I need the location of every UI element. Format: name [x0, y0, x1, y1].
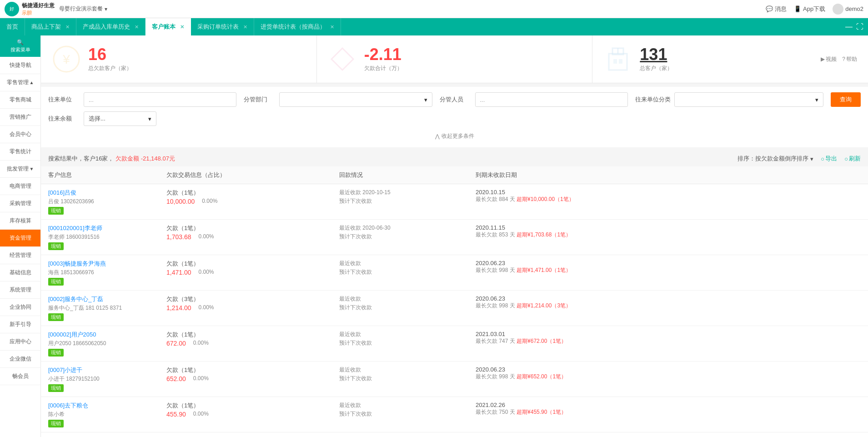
debt-count-2: 欠款（1笔）	[166, 260, 325, 268]
svg-rect-6	[613, 59, 617, 64]
customer-name-4[interactable]: [000002]用户2050	[48, 331, 152, 339]
tab-product-history[interactable]: 产成品入库单历史 ✕	[76, 18, 146, 35]
cell-customer-0: [0016]吕俊 吕俊 13026203696 现销	[41, 184, 159, 220]
sidebar-item-marketing[interactable]: 营销推广	[0, 109, 40, 126]
table-row: [000002]用户2050 用户2050 18665062050 现销 欠款（…	[41, 326, 868, 362]
sidebar-item-wholesale-mgmt[interactable]: 批发管理 ▼	[0, 161, 40, 178]
customer-name-5[interactable]: [0007]小进干	[48, 366, 152, 374]
debt-count-4: 欠款（1笔）	[166, 331, 325, 339]
sidebar-item-retail-stats[interactable]: 零售统计	[0, 143, 40, 161]
overdue-days-3: 最长欠款 998 天	[476, 302, 517, 309]
customer-name-2[interactable]: [0003]畅捷服务尹海燕	[48, 260, 152, 268]
help-btn[interactable]: ? 帮助	[842, 55, 857, 63]
latest-payment-5: 最近收款	[339, 366, 461, 374]
cell-debt-7: 欠款（1笔） 429.00 0.00%	[159, 432, 332, 437]
search-button[interactable]: 查询	[831, 92, 861, 107]
dropdown-icon: ▾	[424, 96, 427, 103]
sidebar-item-purchase-mgmt[interactable]: 采购管理	[0, 195, 40, 212]
maximize-icon[interactable]: ⛶	[856, 23, 863, 31]
close-tab-5[interactable]: ✕	[330, 24, 334, 30]
overdue-amount-1[interactable]: 超期¥1,703.68（1笔）	[517, 231, 571, 238]
dept-label: 分管部门	[244, 95, 276, 104]
manager-label: 分管人员	[440, 95, 472, 104]
overdue-amount-0[interactable]: 超期¥10,000.00（1笔）	[517, 196, 574, 202]
refresh-btn[interactable]: ○ 刷新	[844, 155, 861, 163]
tab-purchase-order[interactable]: 采购订单统计表 ✕	[191, 18, 254, 35]
close-tab-1[interactable]: ✕	[65, 24, 70, 30]
export-btn[interactable]: ○ 导出	[821, 155, 837, 163]
next-payment-4: 预计下次收款	[339, 339, 461, 347]
customer-tag-5: 现销	[48, 384, 64, 392]
svg-text:¥: ¥	[62, 52, 70, 66]
close-tab-3[interactable]: ✕	[180, 24, 184, 30]
overdue-amount-5[interactable]: 超期¥652.00（1笔）	[517, 373, 567, 380]
video-btn[interactable]: ▶ 视频	[821, 55, 837, 63]
sidebar-item-app-center[interactable]: 应用中心	[0, 333, 40, 351]
sidebar-item-enterprise-collab[interactable]: 企业协同	[0, 299, 40, 316]
results-actions: 排序：按欠款金额倒序排序 ▾ ○ 导出 ○ 刷新	[738, 155, 861, 163]
overdue-amount-3[interactable]: 超期¥1,214.00（3笔）	[517, 302, 571, 309]
sidebar-item-retail-mall[interactable]: 零售商城	[0, 91, 40, 109]
close-tab-2[interactable]: ✕	[135, 24, 139, 30]
balance-select[interactable]: 选择... ▾	[84, 111, 156, 126]
debt-amount-0: 10,000.00	[166, 198, 195, 205]
arrow-icon: ▲	[30, 80, 34, 85]
sidebar-item-operation[interactable]: 经营管理	[0, 247, 40, 264]
tab-home[interactable]: 首页	[0, 18, 25, 35]
table-row: [000001]黄思源 黄思源 13552700226 现销 欠款（1笔） 42…	[41, 432, 868, 437]
sidebar-item-enterprise-wechat[interactable]: 企业微信	[0, 351, 40, 368]
overdue-amount-2[interactable]: 超期¥1,471.00（1笔）	[517, 267, 571, 273]
cell-debt-0: 欠款（1笔） 10,000.00 0.00%	[159, 184, 332, 220]
debt-amount-3: 1,214.00	[166, 304, 191, 311]
overdue-amount-6[interactable]: 超期¥455.90（1笔）	[517, 409, 567, 415]
th-return: 回款情况	[332, 166, 468, 184]
sidebar-item-basic-info[interactable]: 基础信息	[0, 264, 40, 281]
sidebar-item-retail-mgmt[interactable]: 零售管理 ▲	[0, 74, 40, 91]
sidebar-item-finance[interactable]: 资金管理	[0, 230, 40, 247]
cell-customer-7: [000001]黄思源 黄思源 13552700226 现销	[41, 432, 159, 437]
tab-inventory-stats[interactable]: 进货单统计表（按商品） ✕	[254, 18, 341, 35]
chevron-up-icon: ⋀	[435, 133, 440, 140]
sidebar-item-system[interactable]: 系统管理	[0, 281, 40, 299]
manager-input[interactable]: ...	[475, 92, 628, 107]
tab-customer-account[interactable]: 客户账本 ✕	[146, 18, 191, 35]
customer-name-1[interactable]: [0001020001]李老师	[48, 224, 152, 232]
sort-selector[interactable]: 排序：按欠款金额倒序排序 ▾	[738, 155, 813, 163]
th-due-date: 到期未收款日期	[468, 166, 868, 184]
cell-return-3: 最近收款 预计下次收款	[332, 291, 468, 326]
user-avatar[interactable]: demo2	[833, 4, 863, 15]
unit-category-select[interactable]: ▾	[674, 92, 823, 107]
debt-ratio-3: 0.00%	[199, 304, 214, 311]
dept-select[interactable]: ▾	[279, 92, 432, 107]
customer-name-0[interactable]: [0016]吕俊	[48, 189, 152, 197]
message-btn[interactable]: 💬 消息	[766, 5, 787, 13]
due-date-0: 2020.10.15	[476, 189, 861, 196]
sidebar-item-member-vip[interactable]: 畅会员	[0, 368, 40, 385]
sidebar-item-newbie[interactable]: 新手引导	[0, 316, 40, 333]
industry-selector[interactable]: 母婴行业演示套餐 ▾	[59, 5, 107, 13]
customer-name-3[interactable]: [0002]服务中心_丁磊	[48, 295, 152, 303]
table-header-row: 客户信息 欠款交易信息（占比） 回款情况 到期未收款日期	[41, 166, 868, 184]
minimize-icon[interactable]: —	[845, 23, 853, 31]
sidebar-search[interactable]: 🔍 搜索菜单	[0, 35, 40, 57]
debt-count-3: 欠款（3笔）	[166, 295, 325, 303]
app-download-btn[interactable]: 📱 App下载	[794, 5, 825, 13]
customer-phone-0: 吕俊 13026203696	[48, 198, 152, 206]
customer-phone-6: 陈小希	[48, 411, 152, 418]
close-tab-4[interactable]: ✕	[243, 24, 247, 30]
due-date-5: 2020.06.23	[476, 366, 861, 373]
sidebar-item-quick-nav[interactable]: 快捷导航	[0, 57, 40, 74]
source-unit-label: 往来单位	[48, 95, 80, 104]
customer-name-6[interactable]: [0006]去下粮仓	[48, 402, 152, 410]
overdue-amount-4[interactable]: 超期¥672.00（1笔）	[517, 338, 567, 344]
collapse-filter-btn[interactable]: ⋀ 收起更多条件	[48, 131, 861, 142]
next-payment-2: 预计下次收款	[339, 268, 461, 276]
help-icon: ?	[842, 56, 845, 62]
sidebar-item-member[interactable]: 会员中心	[0, 126, 40, 143]
sidebar-item-ecommerce[interactable]: 电商管理	[0, 178, 40, 195]
overdue-days-4: 最长欠款 747 天	[476, 338, 517, 344]
source-unit-input[interactable]: ...	[84, 92, 236, 107]
sidebar-item-inventory[interactable]: 库存核算	[0, 212, 40, 230]
tab-product-on-off[interactable]: 商品上下架 ✕	[25, 18, 76, 35]
data-table: 客户信息 欠款交易信息（占比） 回款情况 到期未收款日期 [0016]吕俊 吕俊…	[41, 166, 868, 437]
